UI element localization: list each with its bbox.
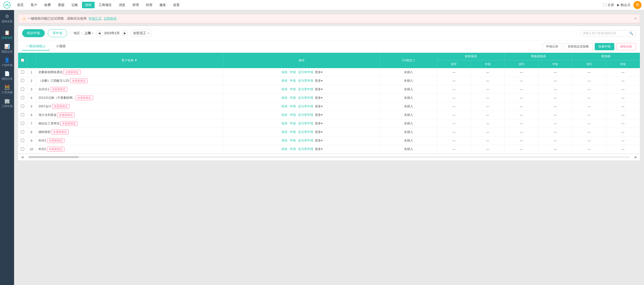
- user-avatar[interactable]: 用: [633, 1, 641, 9]
- op-more[interactable]: 更多▾: [315, 147, 323, 151]
- row-checkbox[interactable]: [21, 79, 24, 82]
- 税款申报-tab[interactable]: 税款申报: [22, 29, 45, 37]
- op-零申报[interactable]: 设为零申报: [298, 96, 313, 100]
- op-申报[interactable]: 申报: [290, 70, 296, 74]
- notice-close-btn[interactable]: ×: [634, 16, 637, 21]
- 申报汇总-link[interactable]: 申报汇总: [89, 16, 102, 21]
- select-all-checkbox[interactable]: [21, 59, 24, 62]
- op-more[interactable]: 更多▾: [315, 79, 323, 82]
- nav-item-票据[interactable]: 票据: [55, 2, 67, 8]
- op-零申报[interactable]: 设为零申报: [298, 130, 313, 134]
- staff-selector[interactable]: 全部员工 ▼: [131, 30, 152, 37]
- nav-item-设置[interactable]: 设置: [170, 2, 183, 8]
- op-more[interactable]: 更多▾: [315, 122, 323, 125]
- sidebar-item-汇算清缴[interactable]: 🧮汇算清缴: [1, 83, 14, 96]
- 小规模-tab[interactable]: 小规模: [52, 42, 70, 51]
- search-input[interactable]: [583, 31, 628, 35]
- 零申报-tab[interactable]: 零申报: [48, 29, 67, 37]
- op-税表[interactable]: 税表: [281, 122, 288, 125]
- op-零申报[interactable]: 设为零申报: [298, 139, 313, 142]
- op-税表[interactable]: 税表: [281, 70, 288, 74]
- op-税表[interactable]: 税表: [281, 79, 288, 82]
- op-申报[interactable]: 申报: [290, 105, 296, 108]
- op-more[interactable]: 更多▾: [315, 105, 323, 108]
- op-申报[interactable]: 申报: [290, 139, 296, 142]
- nav-item-管理[interactable]: 管理: [129, 2, 142, 8]
- nav-item-服务[interactable]: 服务: [156, 2, 169, 8]
- nav-item-收费[interactable]: 收费: [41, 2, 54, 8]
- nav-item-报税[interactable]: 报税: [82, 2, 95, 8]
- scroll-right-btn[interactable]: ▶: [634, 155, 638, 159]
- row-ops: 税表 申报 设为零申报 更多▾: [223, 85, 380, 94]
- op-申报[interactable]: 申报: [290, 147, 296, 151]
- row-checkbox[interactable]: [21, 105, 24, 108]
- op-零申报[interactable]: 设为零申报: [298, 79, 313, 82]
- op-申报[interactable]: 申报: [290, 122, 296, 125]
- op-申报[interactable]: 申报: [290, 87, 296, 91]
- op-税表[interactable]: 税表: [281, 87, 288, 91]
- nav-item-消息[interactable]: 消息: [116, 2, 128, 8]
- row-checkbox[interactable]: [21, 147, 24, 151]
- scrollbar-thumb[interactable]: [28, 156, 79, 158]
- op-申报[interactable]: 申报: [290, 96, 296, 100]
- row-checkbox[interactable]: [21, 122, 24, 125]
- row-checkbox[interactable]: [21, 139, 24, 142]
- row-cw-fill: —: [437, 128, 471, 136]
- row-cw-report: —: [471, 68, 505, 77]
- nav-item-工商项目[interactable]: 工商项目: [96, 2, 115, 8]
- op-more[interactable]: 更多▾: [315, 70, 323, 74]
- op-税表[interactable]: 税表: [281, 147, 288, 151]
- sort-icon[interactable]: ▼: [134, 59, 137, 62]
- row-checkbox[interactable]: [21, 113, 24, 116]
- search-icon[interactable]: 🔍: [629, 31, 633, 35]
- nav-item-客户[interactable]: 客户: [28, 2, 40, 8]
- row-checkbox[interactable]: [21, 70, 24, 74]
- 立即购买-link[interactable]: 立即购买: [104, 16, 117, 21]
- scroll-left-btn[interactable]: ◀: [20, 155, 24, 159]
- 批量申报-btn[interactable]: 批量申报: [595, 43, 614, 50]
- op-申报[interactable]: 申报: [290, 79, 296, 82]
- 一般纳税人-tab[interactable]: 一般的纳税人: [22, 42, 50, 51]
- op-税表[interactable]: 税表: [281, 96, 288, 100]
- op-税表[interactable]: 税表: [281, 113, 288, 117]
- row-cw-fill: —: [437, 94, 471, 102]
- op-零申报[interactable]: 设为零申报: [298, 105, 313, 108]
- sidebar-item-个税申报[interactable]: 👤个税申报: [1, 56, 14, 69]
- main-layout: ⚙报税设置📋批量报税📊报税总览👤个税申报📄报税记录🧮汇算清缴🏢工商年报 ⚠ 一键…: [0, 10, 644, 285]
- nav-item-经营[interactable]: 经营: [143, 2, 155, 8]
- nav-item-记账[interactable]: 记账: [68, 2, 81, 8]
- row-cw-report: —: [471, 102, 505, 111]
- op-零申报[interactable]: 设为零申报: [298, 122, 313, 125]
- nav-item-首页[interactable]: 首页: [14, 2, 27, 8]
- row-checkbox[interactable]: [21, 87, 24, 91]
- row-checkbox[interactable]: [21, 96, 24, 99]
- op-more[interactable]: 更多▾: [315, 87, 323, 91]
- op-零申报[interactable]: 设为零申报: [298, 147, 313, 151]
- op-申报[interactable]: 申报: [290, 113, 296, 117]
- sidebar-item-报税记录[interactable]: 📄报税记录: [1, 69, 14, 82]
- member-btn[interactable]: ▶ 畅会员: [617, 3, 630, 7]
- sidebar-item-报税设置[interactable]: ⚙报税设置: [1, 12, 14, 25]
- op-申报[interactable]: 申报: [290, 130, 296, 134]
- sidebar-item-批量报税[interactable]: 📋批量报税: [1, 28, 14, 41]
- fullscreen-btn[interactable]: ⛶ 全屏: [603, 3, 614, 7]
- op-税表[interactable]: 税表: [281, 105, 288, 108]
- 申报记录-btn[interactable]: 申报记录: [542, 43, 562, 50]
- 收取回执-btn[interactable]: 收取回执: [616, 43, 636, 50]
- info-icon: ℹ: [92, 31, 93, 35]
- op-more[interactable]: 更多▾: [315, 113, 323, 117]
- op-more[interactable]: 更多▾: [315, 96, 323, 100]
- 更新税定及取数-btn[interactable]: 更新税定及取数: [564, 43, 593, 50]
- sidebar-item-报税总览[interactable]: 📊报税总览: [1, 42, 14, 55]
- op-税表[interactable]: 税表: [281, 130, 288, 134]
- op-零申报[interactable]: 设为零申报: [298, 113, 313, 117]
- period-prev-btn[interactable]: ◀: [96, 30, 102, 36]
- period-next-btn[interactable]: ▶: [122, 30, 128, 36]
- op-more[interactable]: 更多▾: [315, 130, 323, 134]
- sidebar-item-工商年报[interactable]: 🏢工商年报: [1, 97, 14, 110]
- op-more[interactable]: 更多▾: [315, 139, 323, 142]
- op-零申报[interactable]: 设为零申报: [298, 70, 313, 74]
- op-税表[interactable]: 税表: [281, 139, 288, 142]
- op-零申报[interactable]: 设为零申报: [298, 87, 313, 91]
- row-checkbox[interactable]: [21, 130, 24, 133]
